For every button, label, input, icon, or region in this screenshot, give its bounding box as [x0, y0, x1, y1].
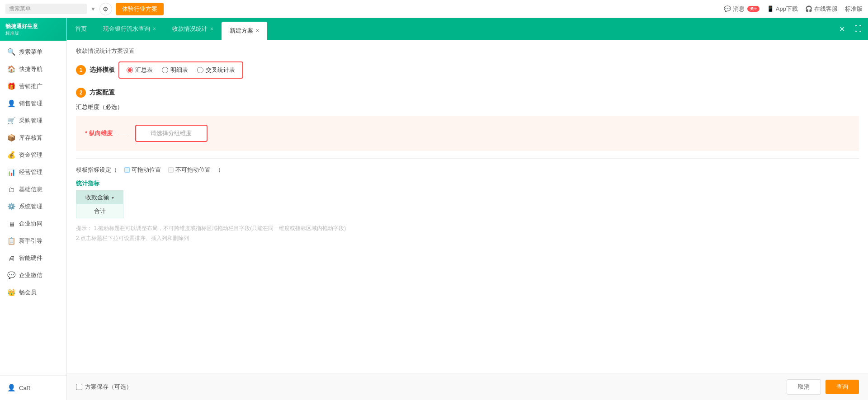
gift-icon: 🎁 [7, 82, 15, 90]
tab-bank-flow-close[interactable]: × [153, 26, 156, 32]
radio-cross-input[interactable] [197, 67, 203, 73]
dimension-area: * 纵向维度 —— 请选择分组维度 [76, 116, 859, 151]
stat-header-cell[interactable]: 收款金额 ▾ [76, 191, 123, 204]
sidebar-item-hardware[interactable]: 🖨 智能硬件 [0, 249, 66, 267]
fixed-legend: 不可拖动位置 [168, 166, 211, 174]
dimension-select[interactable]: 请选择分组维度 [135, 125, 208, 142]
step1-title: 选择模板 [90, 66, 115, 74]
dropdown-icon[interactable]: ▼ [90, 6, 96, 12]
tab-close-all-icon[interactable]: ✕ [835, 23, 848, 35]
sidebar-item-search[interactable]: 🔍 搜索菜单 [0, 43, 66, 61]
radio-summary-input[interactable] [127, 67, 133, 73]
save-plan-checkbox[interactable]: 方案保存（可选） [76, 383, 132, 391]
corp-icon: 🖥 [7, 220, 15, 228]
sidebar-label: 快捷导航 [19, 65, 42, 73]
message-item[interactable]: 💬 消息 99+ [724, 5, 760, 13]
arrow-icon: —— [118, 130, 130, 137]
sidebar-item-inventory[interactable]: 📦 库存核算 [0, 129, 66, 146]
radio-detail[interactable]: 明细表 [162, 66, 188, 74]
sidebar-label: 销售管理 [19, 99, 42, 108]
sidebar-item-finance[interactable]: 💰 资金管理 [0, 146, 66, 164]
tab-bank-flow[interactable]: 现金银行流水查询 × [95, 18, 164, 40]
logo-sub: 标准版 [5, 30, 38, 37]
radio-detail-label: 明细表 [170, 66, 188, 74]
config-section: 汇总维度（必选） * 纵向维度 —— 请选择分组维度 模板指标设定（ [76, 103, 859, 243]
query-button[interactable]: 查询 [826, 380, 859, 394]
divider-1 [76, 158, 859, 159]
tab-collection-stat-close[interactable]: × [210, 26, 213, 32]
sidebar-item-operation[interactable]: 📊 经营管理 [0, 164, 66, 181]
radio-cross[interactable]: 交叉统计表 [197, 66, 235, 74]
radio-summary[interactable]: 汇总表 [127, 66, 153, 74]
tab-collection-stat[interactable]: 收款情况统计 × [164, 18, 222, 40]
extra-icon: 👤 [7, 384, 15, 392]
app-download-item[interactable]: 📱 App下载 [767, 5, 798, 13]
top-bar-left: 搜索菜单 ▼ ⚙ 体验行业方案 [5, 3, 164, 15]
movable-dot [124, 167, 130, 173]
extra-label: CaR [19, 385, 31, 391]
cancel-button[interactable]: 取消 [787, 379, 821, 395]
tab-home[interactable]: 首页 [67, 18, 95, 40]
top-bar: 搜索菜单 ▼ ⚙ 体验行业方案 💬 消息 99+ 📱 App下载 🎧 在线客服 … [0, 0, 868, 18]
sidebar-menu: 🔍 搜索菜单 🏠 快捷导航 🎁 营销推广 👤 销售管理 🛒 采购管理 📦 [0, 41, 66, 375]
tab-expand-icon[interactable]: ⛶ [852, 23, 864, 35]
indicator-section: 模板指标设定（ 可拖动位置 不可拖动位置 ） [76, 166, 859, 218]
search-placeholder: 搜索菜单 [9, 5, 31, 12]
sidebar-item-extra[interactable]: 👤 CaR [0, 379, 66, 396]
movable-label: 可拖动位置 [132, 166, 161, 174]
sidebar-item-basic-info[interactable]: 🗂 基础信息 [0, 181, 66, 198]
dimension-config-title: 汇总维度（必选） [76, 103, 859, 111]
sidebar-label: 基础信息 [19, 185, 42, 193]
tab-home-label: 首页 [75, 25, 87, 33]
sidebar-item-corp[interactable]: 🖥 企业协同 [0, 215, 66, 232]
box-icon: 📦 [7, 134, 15, 142]
sidebar-label: 经营管理 [19, 168, 42, 176]
service-icon: 🎧 [805, 5, 812, 12]
sidebar-bottom: 👤 CaR [0, 375, 66, 400]
stat-table-area: 统计指标 收款金额 ▾ 合计 [76, 179, 859, 218]
indicator-title-row: 模板指标设定（ 可拖动位置 不可拖动位置 ） [76, 166, 859, 174]
search-box: 搜索菜单 [5, 4, 87, 14]
radio-summary-label: 汇总表 [135, 66, 153, 74]
message-label: 消息 [733, 5, 745, 13]
sidebar-item-sales[interactable]: 👤 销售管理 [0, 95, 66, 112]
step1-section: 1 选择模板 汇总表 明细表 交叉统计表 [76, 61, 859, 79]
user-item[interactable]: 标准版 [845, 5, 863, 13]
tab-new-plan[interactable]: 新建方案 × [222, 22, 267, 40]
sidebar-item-newbie[interactable]: 📋 新手引导 [0, 232, 66, 249]
sidebar-label: 搜索菜单 [19, 48, 42, 56]
radio-detail-input[interactable] [162, 67, 168, 73]
logo-area: 畅捷通好生意 标准版 [0, 18, 66, 41]
sidebar-item-purchase[interactable]: 🛒 采购管理 [0, 112, 66, 129]
chevron-down-icon[interactable]: ▾ [112, 195, 114, 200]
tips-section: 提示： 1.拖动标题栏可以调整布局，不可跨维度或指标区域拖动栏目字段(只能在同一… [76, 224, 859, 243]
step1-circle: 1 [76, 65, 86, 75]
radio-cross-label: 交叉统计表 [206, 66, 235, 74]
page-title: 收款情况统计方案设置 [76, 47, 859, 55]
sidebar-label: 畅会员 [19, 288, 37, 296]
online-service-item[interactable]: 🎧 在线客服 [805, 5, 838, 13]
sidebar-item-wechat[interactable]: 💬 企业微信 [0, 267, 66, 284]
tab-new-plan-close[interactable]: × [256, 28, 259, 34]
fixed-label: 不可拖动位置 [175, 166, 211, 174]
sidebar-item-member[interactable]: 👑 畅会员 [0, 284, 66, 301]
tab-bar-actions: ✕ ⛶ [835, 23, 868, 35]
sidebar-label: 企业协同 [19, 220, 42, 228]
sidebar-item-quick-nav[interactable]: 🏠 快捷导航 [0, 61, 66, 78]
indicator-title-text: 模板指标设定（ [76, 166, 117, 174]
tab-collection-stat-label: 收款情况统计 [172, 25, 208, 33]
search-icon: 🔍 [7, 48, 15, 56]
tip-1: 提示： 1.拖动标题栏可以调整布局，不可跨维度或指标区域拖动栏目字段(只能在同一… [76, 224, 859, 234]
template-selection-box: 汇总表 明细表 交叉统计表 [118, 61, 243, 79]
tab-new-plan-label: 新建方案 [230, 27, 253, 35]
trial-button[interactable]: 体验行业方案 [116, 3, 164, 15]
sidebar-label: 企业微信 [19, 271, 42, 279]
logo-text: 畅捷通好生意 [5, 23, 38, 30]
save-plan-checkbox-input[interactable] [76, 384, 82, 390]
sidebar-item-marketing[interactable]: 🎁 营销推广 [0, 78, 66, 95]
sidebar-label: 智能硬件 [19, 254, 42, 262]
footer-buttons: 取消 查询 [787, 379, 859, 395]
step1-header: 1 选择模板 汇总表 明细表 交叉统计表 [76, 61, 859, 79]
sidebar-item-system[interactable]: ⚙️ 系统管理 [0, 198, 66, 215]
settings-icon[interactable]: ⚙ [99, 3, 112, 15]
